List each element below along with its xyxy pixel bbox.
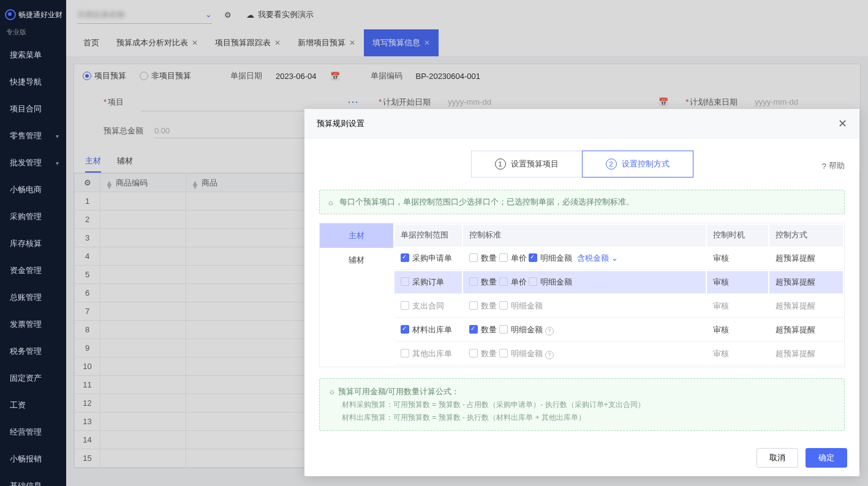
nav-item-13[interactable]: 工资 [0,392,66,419]
checkbox[interactable] [469,253,478,262]
nav-item-8[interactable]: 资金管理 [0,257,66,284]
checkbox[interactable] [499,253,508,262]
checkbox[interactable] [469,349,478,357]
close-icon[interactable]: ✕ [838,117,847,130]
checkbox[interactable] [401,253,409,262]
checkbox[interactable] [499,325,508,334]
formula-line-2: 材料出库预算：可用预算数 = 预算数 - 执行数（材料出库单 + 其他出库单） [342,413,836,423]
col-timing: 控制时机 [707,225,768,246]
checkbox[interactable] [401,277,409,286]
checkbox[interactable] [469,325,478,334]
rule-wrap: 主材 辅材 单据控制范围 控制标准 控制时机 控制方式 采购申请单数量 单价 明… [319,223,845,367]
help-icon: ? [822,162,826,171]
bulb-icon: ☼ [327,198,334,207]
rule-sidebar: 主材 辅材 [320,223,393,367]
brand-logo-icon [5,9,16,20]
checkbox[interactable] [499,349,508,357]
hint-box: ☼每口个预算项口，单据控制范围口少选择口个；已选控制单据，必须选择控制标准。 [319,190,845,214]
nav-item-5[interactable]: 小畅电商 [0,176,66,203]
checkbox[interactable] [529,253,537,262]
nav-item-4[interactable]: 批发管理▾ [0,149,66,176]
rule-row-2: 支出合同数量 明细金额审核超预算提醒 [394,295,843,318]
dialog-body: 1设置预算项目 2设置控制方式 ?帮助 ☼每口个预算项口，单据控制范围口少选择口… [304,138,859,439]
step-2[interactable]: 2设置控制方式 [582,151,693,178]
checkbox[interactable] [469,301,478,310]
brand-edition: 专业版 [0,28,66,37]
cancel-button[interactable]: 取消 [757,448,798,468]
rule-dialog: 预算规则设置 ✕ 1设置预算项目 2设置控制方式 ?帮助 ☼每口个预算项口，单据… [304,109,859,476]
dialog-title: 预算规则设置 [317,118,364,129]
rule-side-aux[interactable]: 辅材 [320,248,393,272]
nav-item-6[interactable]: 采购管理 [0,203,66,230]
rule-row-4: 其他出库单数量 明细金额?审核超预算提醒 [394,343,843,365]
sidebar: 畅捷通好业财 专业版 搜索菜单快捷导航项目合同零售管理▾批发管理▾小畅电商采购管… [0,0,66,486]
col-std: 控制标准 [463,225,706,246]
help-link[interactable]: ?帮助 [822,160,845,171]
formula-line-1: 材料采购预算：可用预算数 = 预算数 - 占用数（采购申请单）- 执行数（采购订… [342,400,836,410]
rule-row-0: 采购申请单数量 单价 明细金额含税金额 ⌄审核超预算提醒 [394,247,843,270]
formula-box: ☼ 预算可用金额/可用数量计算公式： 材料采购预算：可用预算数 = 预算数 - … [319,378,845,431]
nav-item-2[interactable]: 项目合同 [0,95,66,122]
bulb-icon: ☼ [328,387,336,396]
nav-item-14[interactable]: 经营管理 [0,419,66,446]
checkbox[interactable] [499,301,508,310]
ok-button[interactable]: 确定 [806,448,847,468]
nav-item-3[interactable]: 零售管理▾ [0,122,66,149]
step-1[interactable]: 1设置预算项目 [471,151,582,178]
brand-name: 畅捷通好业财 [18,10,62,20]
rule-side-main[interactable]: 主材 [320,223,393,248]
rule-row-1: 采购订单数量 单价 明细金额审核超预算提醒 [394,271,843,294]
nav-item-16[interactable]: 基础信息 [0,473,66,486]
nav-item-10[interactable]: 发票管理 [0,311,66,338]
chevron-down-icon: ▾ [56,133,59,140]
dropdown[interactable]: 含税金额 ⌄ [577,253,618,263]
step-tabs: 1设置预算项目 2设置控制方式 [319,151,845,178]
checkbox[interactable] [401,349,409,357]
nav-item-9[interactable]: 总账管理 [0,284,66,311]
rule-table: 单据控制范围 控制标准 控制时机 控制方式 采购申请单数量 单价 明细金额含税金… [393,223,844,367]
nav-item-7[interactable]: 库存核算 [0,230,66,257]
info-icon[interactable]: ? [545,327,554,335]
checkbox[interactable] [499,277,508,286]
checkbox[interactable] [469,277,478,286]
col-range: 单据控制范围 [394,225,462,246]
checkbox[interactable] [401,325,409,334]
brand: 畅捷通好业财 [0,0,66,29]
info-icon[interactable]: ? [545,351,554,359]
nav-list: 搜索菜单快捷导航项目合同零售管理▾批发管理▾小畅电商采购管理库存核算资金管理总账… [0,42,66,486]
dialog-footer: 取消 确定 [304,439,859,476]
nav-item-1[interactable]: 快捷导航 [0,69,66,95]
chevron-down-icon: ▾ [56,160,59,166]
rule-row-3: 材料出库单数量 明细金额?审核超预算提醒 [394,319,843,342]
dialog-header: 预算规则设置 ✕ [304,109,859,138]
nav-item-11[interactable]: 税务管理 [0,338,66,365]
checkbox[interactable] [529,277,537,286]
nav-item-0[interactable]: 搜索菜单 [0,42,66,69]
checkbox[interactable] [401,301,409,310]
nav-item-12[interactable]: 固定资产 [0,365,66,392]
col-method: 控制方式 [769,225,843,246]
nav-item-15[interactable]: 小畅报销 [0,446,66,473]
